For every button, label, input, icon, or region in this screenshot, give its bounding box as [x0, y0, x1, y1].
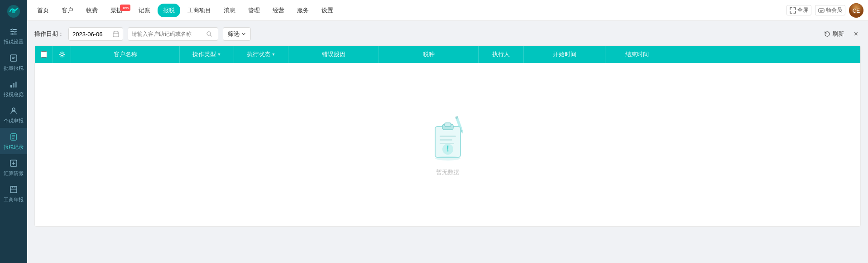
- nav-items: 首页 客户 收费 票据 new 记账 报税 工商项目 消息 管理 经营 服务 设…: [32, 4, 786, 17]
- record-icon: [8, 132, 19, 142]
- svg-rect-27: [445, 123, 451, 127]
- overview-icon: [8, 79, 19, 90]
- sidebar-item-label: 批量报税: [4, 65, 24, 72]
- toolbar: 操作日期： 筛选: [34, 27, 861, 41]
- close-button[interactable]: ×: [851, 29, 861, 39]
- new-badge: new: [120, 5, 130, 11]
- sidebar-item-label: 报税记录: [4, 144, 24, 151]
- avatar[interactable]: CE: [849, 3, 863, 18]
- chevron-down-icon: [241, 32, 246, 36]
- sidebar-item-geshuishenbao[interactable]: 个税申报: [0, 102, 27, 128]
- svg-rect-11: [15, 82, 17, 88]
- th-end-time: 结束时间: [605, 46, 669, 63]
- empty-text: 暂无数据: [436, 168, 460, 176]
- empty-state: ! 暂无数据: [425, 113, 470, 176]
- filter-icon-operation: ▼: [217, 52, 221, 57]
- svg-rect-15: [10, 186, 17, 193]
- th-start-time: 开始时间: [524, 46, 605, 63]
- table-body-empty: ! 暂无数据: [35, 63, 860, 226]
- search-icon: [206, 31, 212, 37]
- personal-tax-icon: [8, 105, 19, 116]
- refresh-button[interactable]: 刷新: [820, 28, 848, 40]
- topnav-right: 全屏 畅会员 CE: [786, 3, 863, 18]
- data-table: 客户名称 操作类型 ▼ 执行状态 ▼ 错误股因 税种: [34, 45, 861, 227]
- svg-rect-19: [113, 32, 119, 37]
- sidebar-item-label: 汇算清缴: [4, 170, 24, 177]
- nav-piaoju[interactable]: 票据 new: [105, 4, 131, 17]
- nav-shezhi[interactable]: 设置: [316, 4, 339, 17]
- refresh-icon: [824, 31, 830, 37]
- nav-jingying[interactable]: 经营: [267, 4, 290, 17]
- fullscreen-icon: [790, 7, 796, 14]
- filter-button[interactable]: 筛选: [223, 27, 251, 41]
- member-button[interactable]: 畅会员: [815, 5, 845, 15]
- sidebar-item-piliangshaoshui[interactable]: 批量报税: [0, 49, 27, 75]
- th-operation-type[interactable]: 操作类型 ▼: [180, 46, 234, 63]
- date-input[interactable]: [72, 31, 111, 38]
- table-settings-icon: [58, 51, 66, 58]
- nav-guanli[interactable]: 管理: [243, 4, 265, 17]
- svg-point-21: [61, 53, 63, 56]
- sidebar-items: 报税设置 批量报税 报税总览: [0, 23, 27, 207]
- svg-rect-29: [440, 139, 452, 141]
- main-area: 首页 客户 收费 票据 new 记账 报税 工商项目 消息 管理 经营 服务 设…: [27, 0, 868, 263]
- empty-illustration-svg: !: [425, 113, 470, 163]
- th-checkbox[interactable]: [35, 46, 53, 63]
- sidebar-logo[interactable]: [0, 0, 27, 23]
- nav-fuwu[interactable]: 服务: [292, 4, 314, 17]
- nav-gongshangxiangmu[interactable]: 工商项目: [182, 4, 216, 17]
- nav-shoufei[interactable]: 收费: [81, 4, 103, 17]
- svg-rect-8: [10, 55, 17, 61]
- svg-point-6: [14, 31, 16, 33]
- settings-icon: [8, 26, 19, 37]
- content-area: 操作日期： 筛选: [27, 21, 868, 263]
- sidebar-item-label: 报税总览: [4, 91, 24, 98]
- th-exec-status[interactable]: 执行状态 ▼: [234, 46, 288, 63]
- svg-point-33: [435, 156, 460, 161]
- th-executor: 执行人: [479, 46, 524, 63]
- annual-icon: [8, 184, 19, 195]
- svg-rect-9: [10, 85, 12, 88]
- member-icon: [818, 7, 825, 14]
- top-nav: 首页 客户 收费 票据 new 记账 报税 工商项目 消息 管理 经营 服务 设…: [27, 0, 868, 21]
- batch-icon: [8, 53, 19, 63]
- th-error-reason: 错误股因: [288, 46, 379, 63]
- sidebar-item-huisuanqingsuan[interactable]: 汇算清缴: [0, 154, 27, 180]
- nav-customer[interactable]: 客户: [56, 4, 79, 17]
- svg-point-7: [12, 34, 13, 35]
- date-label: 操作日期：: [34, 30, 64, 38]
- date-picker[interactable]: [68, 27, 123, 41]
- nav-baoshui[interactable]: 报税: [158, 4, 180, 17]
- svg-text:CE: CE: [853, 8, 860, 14]
- nav-home[interactable]: 首页: [32, 4, 54, 17]
- table-header: 客户名称 操作类型 ▼ 执行状态 ▼ 错误股因 税种: [35, 46, 860, 63]
- svg-rect-28: [440, 136, 456, 137]
- svg-point-12: [12, 108, 15, 111]
- nav-jizhang[interactable]: 记账: [133, 4, 156, 17]
- svg-text:!: !: [446, 144, 449, 153]
- sidebar-item-baoshuishezhi[interactable]: 报税设置: [0, 23, 27, 49]
- sidebar-item-gongshangnianbaо[interactable]: 工商年报: [0, 180, 27, 207]
- search-input[interactable]: [132, 31, 204, 37]
- th-tax-type: 税种: [379, 46, 479, 63]
- sidebar-item-label: 工商年报: [4, 196, 24, 203]
- fullscreen-button[interactable]: 全屏: [786, 5, 811, 15]
- svg-point-5: [12, 29, 13, 30]
- th-customer-name: 客户名称: [71, 46, 180, 63]
- nav-xiaoxi[interactable]: 消息: [218, 4, 241, 17]
- sidebar: 报税设置 批量报税 报税总览: [0, 0, 27, 263]
- svg-point-1: [12, 10, 15, 13]
- sidebar-item-baoshuizonglan[interactable]: 报税总览: [0, 75, 27, 102]
- svg-rect-10: [13, 83, 14, 88]
- th-settings[interactable]: [53, 46, 71, 63]
- select-all-checkbox[interactable]: [41, 51, 47, 58]
- filter-icon-status: ▼: [272, 52, 276, 57]
- settle-icon: [8, 158, 19, 169]
- sidebar-item-baoshuijilu[interactable]: 报税记录: [0, 128, 27, 154]
- search-wrap[interactable]: [128, 27, 218, 41]
- page-content: 操作日期： 筛选: [27, 21, 868, 263]
- sidebar-item-label: 个税申报: [4, 117, 24, 124]
- calendar-icon: [113, 31, 119, 37]
- sidebar-item-label: 报税设置: [4, 39, 24, 45]
- toolbar-right: 刷新 ×: [820, 28, 861, 40]
